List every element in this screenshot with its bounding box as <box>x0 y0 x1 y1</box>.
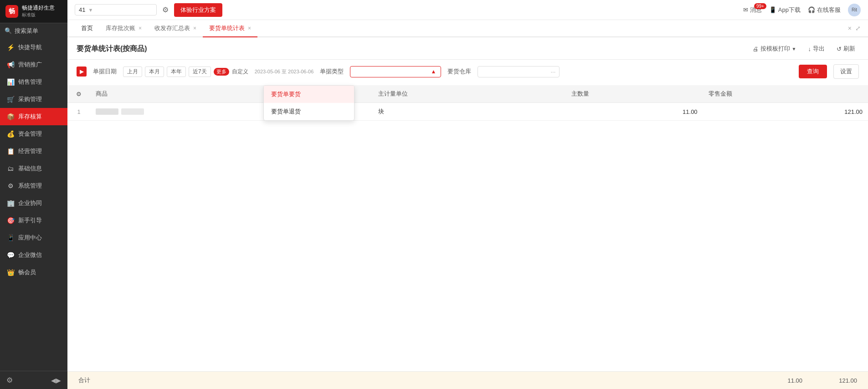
store-number: 41 <box>79 6 85 13</box>
data-table: ⚙ 商品 主计量单位 主数量 零售金额 1 <box>67 85 868 121</box>
tab-label: 收发存汇总表 <box>154 24 190 32</box>
row-unit: 块 <box>373 103 566 121</box>
main-area: 41 ▼ ⚙ 体验行业方案 ✉ 消息 99+ 📱 App下载 🎧 在线客服 Ri… <box>67 0 868 389</box>
row-quantity: 11.00 <box>566 103 703 121</box>
tab-home-label: 首页 <box>81 24 93 32</box>
sidebar-item-label: 资金管理 <box>18 130 42 138</box>
date-shortcuts: 上月 本月 本年 近7天 更多 自定义 <box>123 67 248 77</box>
date-range-text: 2023-05-06 至 2023-06-06 <box>255 68 314 75</box>
sidebar-item-经营管理[interactable]: 📋 经营管理 <box>0 143 67 160</box>
sidebar-item-畅会员[interactable]: 👑 畅会员 <box>0 264 67 281</box>
topbar-right: ✉ 消息 99+ 📱 App下载 🎧 在线客服 Rit <box>743 4 861 16</box>
message-icon: ✉ <box>743 6 748 13</box>
topbar-settings-icon[interactable]: ⚙ <box>162 5 169 14</box>
date-btn-this-year[interactable]: 本年 <box>167 67 186 77</box>
close-all-icon[interactable]: × <box>848 25 852 32</box>
user-avatar[interactable]: Rit <box>848 4 861 16</box>
sidebar-settings-icon[interactable]: ⚙ <box>6 376 13 384</box>
topbar: 41 ▼ ⚙ 体验行业方案 ✉ 消息 99+ 📱 App下载 🎧 在线客服 Ri… <box>67 0 868 20</box>
marketing-icon: 📢 <box>6 61 15 69</box>
custom-date-btn[interactable]: 自定义 <box>232 68 248 76</box>
sidebar-search[interactable]: 🔍 搜索菜单 <box>0 23 67 39</box>
page-header: 要货单统计表(按商品) 🖨 按模板打印 ▼ ↓ 导出 ↺ 刷新 <box>67 37 868 60</box>
tab-receive-send[interactable]: 收发存汇总表 × <box>148 20 203 37</box>
type-select[interactable]: ▲ <box>350 66 441 77</box>
warehouse-more-icon[interactable]: ··· <box>551 68 556 75</box>
tab-close-icon[interactable]: × <box>139 25 142 31</box>
sidebar-collapse-icon[interactable]: ◀▶ <box>51 377 61 384</box>
sidebar-item-label: 企业微信 <box>18 251 42 259</box>
sidebar-item-库存核算[interactable]: 📦 库存核算 <box>0 108 67 125</box>
sidebar-item-采购管理[interactable]: 🛒 采购管理 <box>0 91 67 108</box>
logo-sub: 标准版 <box>22 12 55 18</box>
sidebar: 畅 畅捷通好生意 标准版 🔍 搜索菜单 ⚡ 快捷导航 📢 营销推广 📊 销售管理… <box>0 0 67 389</box>
phone-icon: 📱 <box>769 6 776 13</box>
online-service-label: 在线客服 <box>817 6 841 14</box>
sidebar-item-企业协同[interactable]: 🏢 企业协同 <box>0 194 67 212</box>
refresh-label: 刷新 <box>843 45 855 53</box>
sidebar-logo: 畅 畅捷通好生意 标准版 <box>0 0 67 23</box>
more-dates-badge[interactable]: 更多 <box>214 68 229 76</box>
industry-btn[interactable]: 体验行业方案 <box>174 3 222 17</box>
headset-icon: 🎧 <box>808 6 815 13</box>
filter-area: ▶ 单据日期 上月 本月 本年 近7天 更多 自定义 2023-05-06 至 … <box>67 60 868 85</box>
date-btn-last-month[interactable]: 上月 <box>123 67 142 77</box>
row-amount: 121.00 <box>703 103 868 121</box>
sidebar-item-系统管理[interactable]: ⚙ 系统管理 <box>0 177 67 194</box>
type-input[interactable] <box>355 68 431 75</box>
col-amount: 零售金额 <box>703 85 868 103</box>
date-btn-this-month[interactable]: 本月 <box>145 67 164 77</box>
print-btn[interactable]: 🖨 按模板打印 ▼ <box>749 43 800 55</box>
inventory-icon: 📦 <box>6 113 15 121</box>
sidebar-item-基础信息[interactable]: 🗂 基础信息 <box>0 160 67 177</box>
quick-nav-icon: ⚡ <box>6 43 15 51</box>
dropdown-item-要货单退货[interactable]: 要货单退货 <box>264 103 354 120</box>
sidebar-item-销售管理[interactable]: 📊 销售管理 <box>0 73 67 91</box>
sidebar-item-应用中心[interactable]: 📱 应用中心 <box>0 229 67 246</box>
date-btn-7days[interactable]: 近7天 <box>189 67 211 77</box>
tab-close-icon[interactable]: × <box>248 25 251 31</box>
row-index: 1 <box>67 103 90 121</box>
col-unit: 主计量单位 <box>373 85 566 103</box>
expand-filter-btn[interactable]: ▶ <box>77 67 87 77</box>
table-settings-th[interactable]: ⚙ <box>67 85 90 103</box>
tab-inventory-batch[interactable]: 库存批次账 × <box>99 20 148 37</box>
app-download-btn[interactable]: 📱 App下载 <box>769 6 801 14</box>
sidebar-item-label: 采购管理 <box>18 95 42 103</box>
sidebar-item-label: 快捷导航 <box>18 43 42 51</box>
tab-close-icon[interactable]: × <box>193 25 196 31</box>
filter-settings-btn[interactable]: 设置 <box>833 64 859 79</box>
collab-icon: 🏢 <box>6 199 15 207</box>
sidebar-item-新手引导[interactable]: 🎯 新手引导 <box>0 212 67 229</box>
chevron-down-icon: ▼ <box>792 46 796 51</box>
export-btn[interactable]: ↓ 导出 <box>805 43 829 55</box>
messages-btn[interactable]: ✉ 消息 99+ <box>743 6 762 14</box>
sidebar-item-label: 营销推广 <box>18 61 42 69</box>
store-selector[interactable]: 41 ▼ <box>75 4 157 15</box>
tab-home[interactable]: 首页 <box>75 20 99 37</box>
sidebar-item-资金管理[interactable]: 💰 资金管理 <box>0 125 67 143</box>
footer-quantity: 11.00 <box>753 377 808 384</box>
footer-amount: 121.00 <box>808 377 863 384</box>
sidebar-item-企业微信[interactable]: 💬 企业微信 <box>0 246 67 264</box>
tab-order-stat[interactable]: 要货单统计表 × <box>203 20 257 37</box>
logo-title: 畅捷通好生意 <box>22 5 55 12</box>
sidebar-item-营销推广[interactable]: 📢 营销推广 <box>0 56 67 73</box>
expand-tabs-icon[interactable]: ⤢ <box>855 25 861 32</box>
product-code-placeholder <box>96 108 118 115</box>
date-filter-label: 单据日期 <box>93 67 117 76</box>
table-header-row: ⚙ 商品 主计量单位 主数量 零售金额 <box>67 85 868 103</box>
refresh-btn[interactable]: ↺ 刷新 <box>833 43 859 55</box>
table-row: 1 块 11.00 121.00 <box>67 103 868 121</box>
sidebar-item-快捷导航[interactable]: ⚡ 快捷导航 <box>0 39 67 56</box>
sidebar-item-label: 新手引导 <box>18 216 42 225</box>
table-wrap: ⚙ 商品 主计量单位 主数量 零售金额 1 <box>67 85 868 371</box>
member-icon: 👑 <box>6 268 15 276</box>
query-btn[interactable]: 查询 <box>799 65 827 78</box>
dropdown-item-要货单要货[interactable]: 要货单要货 <box>264 86 354 103</box>
tab-label: 库存批次账 <box>106 24 135 32</box>
warehouse-select[interactable]: ··· <box>478 66 560 77</box>
sidebar-item-label: 基础信息 <box>18 164 42 173</box>
type-chevron-up-icon[interactable]: ▲ <box>431 68 436 75</box>
online-service-btn[interactable]: 🎧 在线客服 <box>808 6 841 14</box>
